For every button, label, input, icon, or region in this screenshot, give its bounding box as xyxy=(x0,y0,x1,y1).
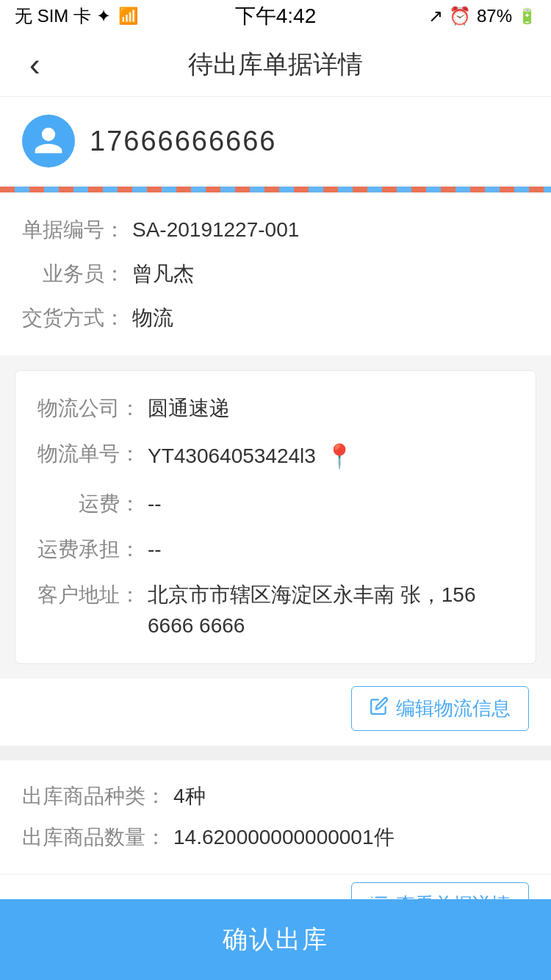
edit-btn-row: 编辑物流信息 xyxy=(0,679,551,746)
delivery-method-label: 交货方式： xyxy=(22,303,132,334)
back-button[interactable]: ‹ xyxy=(22,39,48,90)
address-label: 客户地址： xyxy=(37,580,148,610)
status-bar: 无 SIM 卡 ✦ 📶 下午4:42 ↗ ⏰ 87% 🔋 xyxy=(0,0,551,32)
status-left: 无 SIM 卡 ✦ 📶 xyxy=(15,4,138,28)
document-number-label: 单据编号： xyxy=(22,215,132,245)
basic-info-section: 单据编号： SA-20191227-001 业务员： 曾凡杰 交货方式： 物流 xyxy=(0,192,551,356)
edit-icon xyxy=(370,696,389,721)
salesperson-value: 曾凡杰 xyxy=(132,259,529,289)
salesperson-row: 业务员： 曾凡杰 xyxy=(22,259,529,289)
delivery-method-row: 交货方式： 物流 xyxy=(22,303,529,334)
alarm-icon: ⏰ xyxy=(449,6,471,26)
freight-bearer-value: -- xyxy=(148,534,514,565)
logistics-company-value: 圆通速递 xyxy=(148,393,514,424)
edit-btn-label: 编辑物流信息 xyxy=(396,696,511,721)
freight-row: 运费： -- xyxy=(37,489,514,519)
location-icon: ↗ xyxy=(428,6,443,26)
customer-card: 17666666666 xyxy=(0,97,551,185)
separator-1 xyxy=(0,746,551,760)
freight-bearer-label: 运费承担： xyxy=(37,534,148,565)
delivery-method-value: 物流 xyxy=(132,303,529,334)
battery-level: 87% xyxy=(477,6,512,26)
goods-quantity-label: 出库商品数量： xyxy=(22,824,173,851)
status-right: ↗ ⏰ 87% 🔋 xyxy=(428,6,536,26)
goods-quantity-value: 14.620000000000001件 xyxy=(173,824,395,851)
logistics-card: 物流公司： 圆通速递 物流单号： YT43064053424l3 📍 运费： -… xyxy=(15,370,536,664)
page-title: 待出库单据详情 xyxy=(188,48,363,82)
freight-bearer-row: 运费承担： -- xyxy=(37,534,514,565)
freight-value: -- xyxy=(148,489,514,519)
logistics-company-label: 物流公司： xyxy=(37,393,148,424)
status-time: 下午4:42 xyxy=(235,2,317,30)
freight-label: 运费： xyxy=(37,489,148,519)
goods-type-label: 出库商品种类： xyxy=(22,782,173,810)
wifi-icon: 📶 xyxy=(118,7,138,26)
logistics-company-row: 物流公司： 圆通速递 xyxy=(37,393,514,424)
user-icon xyxy=(32,125,65,157)
tracking-number-label: 物流单号： xyxy=(37,439,148,469)
edit-logistics-button[interactable]: 编辑物流信息 xyxy=(351,686,529,731)
tracking-number-row: 物流单号： YT43064053424l3 📍 xyxy=(37,439,514,474)
address-value: 北京市市辖区海淀区永丰南 张，156 6666 6666 xyxy=(148,580,514,641)
confirm-button-label: 确认出库 xyxy=(223,923,328,956)
address-row: 客户地址： 北京市市辖区海淀区永丰南 张，156 6666 6666 xyxy=(37,580,514,641)
salesperson-label: 业务员： xyxy=(22,259,132,289)
goods-quantity-row: 出库商品数量： 14.620000000000001件 xyxy=(22,824,529,851)
document-number-value: SA-20191227-001 xyxy=(132,215,529,245)
goods-type-row: 出库商品种类： 4种 xyxy=(22,782,529,810)
goods-section: 出库商品种类： 4种 出库商品数量： 14.620000000000001件 xyxy=(0,760,551,873)
tracking-number-value: YT43064053424l3 📍 xyxy=(148,439,514,474)
document-number-row: 单据编号： SA-20191227-001 xyxy=(22,215,529,245)
location-pin-icon[interactable]: 📍 xyxy=(325,439,354,474)
goods-type-value: 4种 xyxy=(173,782,206,810)
avatar xyxy=(22,115,75,167)
customer-phone: 17666666666 xyxy=(90,126,276,157)
confirm-bar[interactable]: 确认出库 xyxy=(0,899,551,980)
nav-bar: ‹ 待出库单据详情 xyxy=(0,32,551,97)
battery-icon: 🔋 xyxy=(518,7,536,25)
sim-label: 无 SIM 卡 ✦ xyxy=(15,4,111,28)
tracking-number-text: YT43064053424l3 xyxy=(148,441,316,472)
decorative-line xyxy=(0,187,551,192)
